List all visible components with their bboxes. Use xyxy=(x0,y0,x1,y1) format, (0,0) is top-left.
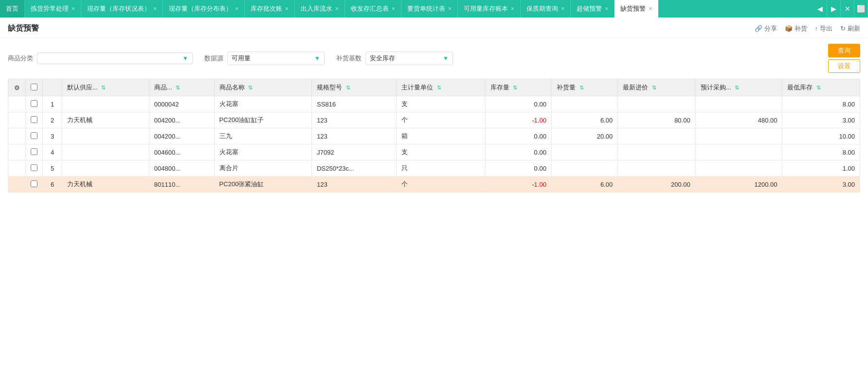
tab-inout-flow[interactable]: 出入库流水 × xyxy=(295,0,345,18)
row-product-code: 0000042 xyxy=(149,96,214,112)
main-content: 缺货预警 🔗 分享 📦 补货 ↑ 导出 ↻ 刷新 商品分类 xyxy=(0,18,868,387)
chevron-down-icon-datasource: ▼ xyxy=(314,55,320,62)
col-header-product-code[interactable]: 商品... ⇅ xyxy=(149,79,214,96)
row-product-code: 004200... xyxy=(149,112,214,128)
row-checkbox-cell xyxy=(26,160,43,176)
tab-collection[interactable]: 收发存汇总表 × xyxy=(345,0,401,18)
col-label-default-supplier: 默认供应... xyxy=(67,84,98,91)
filter-datasource-select[interactable]: 可用量 ▼ xyxy=(227,52,325,65)
settings-button[interactable]: 设置 xyxy=(828,59,860,73)
filter-replenish-basis-select[interactable]: 安全库存 ▼ xyxy=(365,52,453,65)
filter-category-select[interactable]: ▼ xyxy=(37,53,193,64)
row-checkbox[interactable] xyxy=(31,164,37,171)
close-tab-collection[interactable]: × xyxy=(392,5,395,12)
close-tab-expiry[interactable]: × xyxy=(561,5,564,12)
close-tab-inventory-dist[interactable]: × xyxy=(235,5,238,12)
tab-available[interactable]: 可用量库存账本 × xyxy=(458,0,521,18)
row-checkbox-cell xyxy=(26,112,43,128)
col-header-latest-price[interactable]: 最新进价 ⇅ xyxy=(618,79,695,96)
row-unit: 个 xyxy=(396,112,485,128)
filter-category-group: 商品分类 ▼ xyxy=(8,53,193,64)
row-unit: 支 xyxy=(396,144,485,160)
sort-icon-replenish-qty: ⇅ xyxy=(579,85,584,90)
col-header-unit[interactable]: 主计量单位 ⇅ xyxy=(396,79,485,96)
row-default-supplier xyxy=(62,144,149,160)
row-latest-price xyxy=(618,144,695,160)
col-header-estimated-purchase[interactable]: 预计采购... ⇅ xyxy=(695,79,782,96)
filter-replenish-basis-group: 补货基数 安全库存 ▼ xyxy=(336,52,453,65)
replenish-button[interactable]: 📦 补货 xyxy=(785,24,807,33)
row-replenish-qty: 20.00 xyxy=(551,128,617,144)
close-tab-batch-account[interactable]: × xyxy=(285,5,289,12)
row-checkbox[interactable] xyxy=(31,180,37,187)
close-tab-available[interactable]: × xyxy=(511,5,514,12)
table-header-row: ⚙ 默认供应... ⇅ 商品... ⇅ 商品名称 xyxy=(8,79,860,96)
tab-abnormal[interactable]: 拣货异常处理 × xyxy=(25,0,81,18)
select-all-checkbox[interactable] xyxy=(31,84,37,90)
col-header-default-supplier[interactable]: 默认供应... ⇅ xyxy=(62,79,149,96)
col-label-unit: 主计量单位 xyxy=(401,84,433,91)
row-latest-price: 200.00 xyxy=(618,176,695,193)
close-tab-order-stat[interactable]: × xyxy=(448,5,452,12)
export-icon: ↑ xyxy=(815,25,818,32)
col-header-stock[interactable]: 库存量 ⇅ xyxy=(485,79,551,96)
table-row: 4004600...火花塞J7092支0.008.00 xyxy=(8,144,860,160)
close-tab-shortage[interactable]: × xyxy=(649,5,652,12)
col-label-stock: 库存量 xyxy=(490,84,509,91)
close-tab-inout-flow[interactable]: × xyxy=(335,5,339,12)
query-button[interactable]: 查询 xyxy=(828,44,860,57)
tab-expiry[interactable]: 保质期查询 × xyxy=(521,0,571,18)
row-checkbox[interactable] xyxy=(31,116,37,123)
table-body: 10000042火花塞SS816支0.008.002力天机械004200...P… xyxy=(8,96,860,193)
row-replenish-qty: 6.00 xyxy=(551,176,617,193)
col-label-product-code: 商品... xyxy=(154,84,172,91)
row-spec: 123 xyxy=(312,176,397,193)
filter-action-buttons: 查询 设置 xyxy=(828,44,860,73)
row-checkbox[interactable] xyxy=(31,148,37,155)
row-checkbox[interactable] xyxy=(31,100,37,107)
row-product-code: 004600... xyxy=(149,144,214,160)
row-product-name: PC200张紧油缸 xyxy=(214,176,312,193)
export-button[interactable]: ↑ 导出 xyxy=(815,24,833,33)
tab-scroll-right[interactable]: ▶ xyxy=(827,0,841,18)
page-title: 缺货预警 xyxy=(8,23,39,34)
tab-inventory-dist[interactable]: 现存量（库存分布表） × xyxy=(163,0,245,18)
tab-scroll-left[interactable]: ◀ xyxy=(814,0,827,18)
tab-batch-account[interactable]: 库存批次账 × xyxy=(245,0,295,18)
row-stock: -1.00 xyxy=(485,176,551,193)
row-index: 1 xyxy=(43,96,62,112)
share-button[interactable]: 🔗 分享 xyxy=(755,24,777,33)
tab-home[interactable]: 首页 xyxy=(0,0,25,18)
close-tab-overstock[interactable]: × xyxy=(605,5,608,12)
chevron-down-icon-category: ▼ xyxy=(182,55,188,62)
row-spec: SS816 xyxy=(312,96,397,112)
tab-order-stat[interactable]: 要货单统计表 × xyxy=(401,0,458,18)
row-default-supplier: 力天机械 xyxy=(62,112,149,128)
row-checkbox[interactable] xyxy=(31,132,37,139)
col-header-checkbox[interactable] xyxy=(26,79,43,96)
row-stock: 0.00 xyxy=(485,96,551,112)
row-checkbox-cell xyxy=(26,144,43,160)
col-header-min-stock[interactable]: 最低库存 ⇅ xyxy=(782,79,860,96)
col-header-replenish-qty[interactable]: 补货量 ⇅ xyxy=(551,79,617,96)
col-header-settings[interactable]: ⚙ xyxy=(8,79,26,96)
row-spec: J7092 xyxy=(312,144,397,160)
col-header-product-name[interactable]: 商品名称 ⇅ xyxy=(214,79,312,96)
tab-restore[interactable]: ⬜ xyxy=(854,0,868,18)
replenish-icon: 📦 xyxy=(785,25,793,32)
tab-overstock[interactable]: 超储预警 × xyxy=(571,0,615,18)
tab-close-all[interactable]: ✕ xyxy=(841,0,854,18)
row-default-supplier: 力天机械 xyxy=(62,176,149,193)
row-index: 6 xyxy=(43,176,62,193)
tab-inventory-status[interactable]: 现存量（库存状况表） × xyxy=(81,0,163,18)
col-header-spec[interactable]: 规格型号 ⇅ xyxy=(312,79,397,96)
refresh-button[interactable]: ↻ 刷新 xyxy=(840,24,860,33)
row-spec: DS250*23c... xyxy=(312,160,397,176)
tab-shortage[interactable]: 缺货预警 × xyxy=(615,0,658,18)
close-tab-abnormal[interactable]: × xyxy=(72,5,75,12)
col-label-latest-price: 最新进价 xyxy=(623,84,648,91)
row-product-name: 三九 xyxy=(214,128,312,144)
row-estimated-purchase xyxy=(695,96,782,112)
close-tab-inventory-status[interactable]: × xyxy=(153,5,157,12)
row-unit: 个 xyxy=(396,176,485,193)
